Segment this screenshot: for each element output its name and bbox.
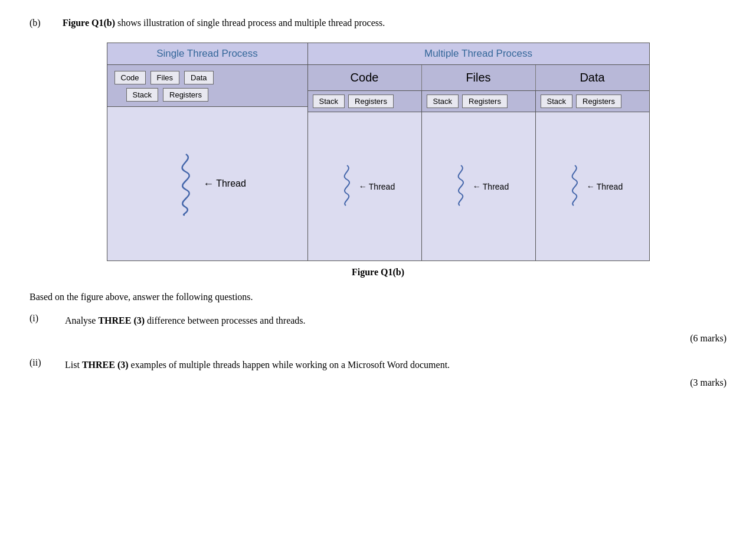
single-shared-row2: Stack Registers (114, 88, 300, 102)
q2-text-end: examples of multiple threads happen whil… (129, 360, 450, 370)
multi-col2-registers: Registers (462, 95, 508, 108)
question-text-2: List THREE (3) examples of multiple thre… (65, 357, 726, 390)
multi-col3-arrow: ← (587, 182, 595, 191)
question-intro: Based on the figure above, answer the fo… (30, 292, 726, 302)
intro-label: (b) (30, 18, 53, 28)
single-data-box: Data (184, 71, 213, 84)
single-stack-box: Stack (126, 88, 159, 102)
multiple-thread-panel: Multiple Thread Process Code Files Data … (308, 43, 649, 260)
q1-marks: (6 marks) (65, 331, 726, 346)
intro-text: Figure Q1(b) shows illustration of singl… (63, 18, 385, 28)
single-thread-panel: Single Thread Process Code Files Data St… (107, 43, 308, 260)
multi-col1-stack-row: Stack Registers (308, 91, 421, 112)
multi-col3-thread-area: ← Thread (536, 112, 649, 260)
question-item-2: (ii) List THREE (3) examples of multiple… (30, 357, 726, 390)
multi-col-1: Stack Registers ← Thread (308, 91, 422, 260)
single-registers-box: Registers (163, 88, 208, 102)
multi-col1-arrow-label: ← Thread (359, 182, 395, 191)
multi-col3-thread-icon: ← Thread (562, 163, 623, 210)
multi-col3-stack: Stack (541, 95, 573, 108)
multi-col3-arrow-label: ← Thread (587, 182, 623, 191)
multi-col1-thread-icon: ← Thread (334, 163, 395, 210)
q2-bold: THREE (3) (82, 360, 129, 370)
multiple-shared-area: Code Files Data (308, 65, 649, 91)
multiple-thread-row: Stack Registers ← Thread (308, 91, 649, 260)
single-files-box: Files (150, 71, 179, 84)
q2-marks: (3 marks) (65, 375, 726, 390)
multi-col1-label: Thread (369, 182, 395, 191)
multi-col3-label: Thread (597, 182, 623, 191)
single-code-box: Code (114, 71, 146, 84)
figure-caption: Figure Q1(b) (30, 267, 726, 278)
question-item-1: (i) Analyse THREE (3) difference between… (30, 313, 726, 346)
multi-col3-stack-row: Stack Registers (536, 91, 649, 112)
single-thread-svg (168, 151, 201, 216)
single-thread-label: Thread (216, 178, 246, 189)
multi-col2-thread-area: ← Thread (422, 112, 535, 260)
figure-ref-inline: Figure Q1(b) (63, 18, 115, 28)
multi-col2-stack: Stack (427, 95, 459, 108)
multi-col2-thread-svg (448, 163, 470, 210)
single-thread-header: Single Thread Process (107, 43, 307, 65)
single-arrow-icon: ← (203, 178, 214, 190)
multi-col2-label: Thread (483, 182, 509, 191)
q1-text-start: Analyse (65, 315, 98, 325)
multi-col-3: Stack Registers ← Thread (536, 91, 649, 260)
intro-line: (b) Figure Q1(b) shows illustration of s… (30, 18, 726, 28)
multi-data-cell: Data (536, 65, 649, 90)
single-shared-row1: Code Files Data (114, 71, 300, 84)
q2-text-start: List (65, 360, 82, 370)
multi-col2-stack-row: Stack Registers (422, 91, 535, 112)
multi-files-cell: Files (422, 65, 536, 90)
single-shared-area: Code Files Data Stack Registers (107, 65, 307, 107)
single-thread-arrow-label: ← Thread (203, 178, 246, 190)
questions-section: Based on the figure above, answer the fo… (30, 292, 726, 390)
q1-text-end: difference between processes and threads… (145, 315, 305, 325)
multi-code-cell: Code (308, 65, 422, 90)
diagram: Single Thread Process Code Files Data St… (107, 43, 650, 261)
question-text-1: Analyse THREE (3) difference between pro… (65, 313, 726, 346)
intro-text-end: shows illustration of single thread proc… (117, 18, 385, 28)
multiple-thread-header: Multiple Thread Process (308, 43, 649, 65)
multi-col-2: Stack Registers ← Thread (422, 91, 536, 260)
multi-col1-arrow: ← (359, 182, 367, 191)
multi-col1-thread-svg (334, 163, 356, 210)
multi-col2-arrow-label: ← Thread (473, 182, 509, 191)
multi-col3-thread-svg (562, 163, 584, 210)
question-num-1: (i) (30, 313, 53, 346)
multi-col2-thread-icon: ← Thread (448, 163, 509, 210)
multi-col2-arrow: ← (473, 182, 481, 191)
multi-col1-thread-area: ← Thread (308, 112, 421, 260)
question-num-2: (ii) (30, 357, 53, 390)
diagram-wrapper: Single Thread Process Code Files Data St… (30, 43, 726, 261)
q1-bold: THREE (3) (98, 315, 145, 325)
multi-col1-stack: Stack (313, 95, 345, 108)
single-thread-icon: ← Thread (168, 151, 246, 216)
single-thread-area: ← Thread (107, 107, 307, 260)
multi-col1-registers: Registers (348, 95, 394, 108)
multi-col3-registers: Registers (576, 95, 621, 108)
